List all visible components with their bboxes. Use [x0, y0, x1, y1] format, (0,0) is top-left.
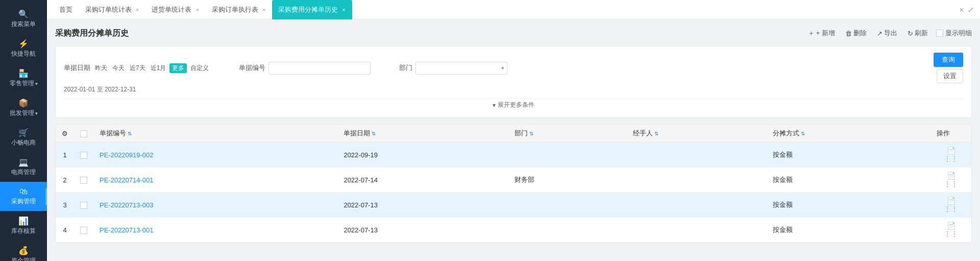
- sidebar-item-label: 快捷导航: [2, 50, 45, 58]
- tab-purchase-order-exec[interactable]: 采购订单执行表 ×: [206, 0, 272, 19]
- more-icon[interactable]: ⋮⋮: [944, 180, 958, 188]
- sidebar-item-ecom-small[interactable]: 🛒 小畅电商: [0, 123, 47, 152]
- tab-bar: 首页 采购订单统计表 × 进货单统计表 × 采购订单执行表 × 采购费用分摊单历…: [47, 0, 980, 19]
- more-icon[interactable]: ⋮⋮: [944, 205, 958, 213]
- more-icon[interactable]: ⋮⋮: [944, 230, 958, 238]
- chevron-down-icon: ▾: [35, 111, 38, 116]
- query-button[interactable]: 查询: [934, 53, 963, 67]
- row-index: 2: [56, 168, 74, 193]
- settings-icon[interactable]: ⚙: [62, 130, 68, 137]
- minimize-icon[interactable]: ×: [960, 6, 964, 14]
- shortcut-1month[interactable]: 近1月: [149, 63, 168, 73]
- th-split-method[interactable]: 分摊方式 ⇅: [767, 125, 930, 143]
- dept-select[interactable]: 财务部: [415, 62, 507, 75]
- row-split-method: 按金额: [767, 193, 930, 218]
- tab-purchase-order-stat[interactable]: 采购订单统计表 ×: [79, 0, 145, 19]
- setting-button[interactable]: 设置: [937, 69, 963, 83]
- page-header: 采购费用分摊单历史 ＋ + 新增 🗑 删除 ↗ 导出 ↻ 刷新: [55, 28, 972, 39]
- more-icon[interactable]: ⋮⋮: [944, 155, 958, 163]
- th-handler[interactable]: 经手人 ⇅: [627, 125, 766, 143]
- tab-inbound-stat[interactable]: 进货单统计表 ×: [145, 0, 205, 19]
- shortcut-custom[interactable]: 自定义: [189, 63, 210, 73]
- shortcut-7days[interactable]: 近7天: [128, 63, 147, 73]
- order-no-link[interactable]: PE-20220919-002: [100, 151, 154, 159]
- row-dept: [508, 193, 627, 218]
- select-all-checkbox[interactable]: [80, 130, 87, 137]
- view-icon[interactable]: 📄: [947, 197, 955, 205]
- tab-home[interactable]: 首页: [53, 0, 79, 19]
- sidebar-item-search[interactable]: 🔍 搜索菜单: [0, 4, 47, 34]
- maximize-icon[interactable]: ⤢: [968, 6, 974, 14]
- refresh-button[interactable]: ↻ 刷新: [905, 28, 930, 39]
- th-ops: 操作: [930, 125, 971, 143]
- row-ops: 📄 ⋮⋮: [930, 168, 971, 193]
- tab-close-icon[interactable]: ×: [342, 0, 345, 19]
- sidebar-item-shortcut[interactable]: ⚡ 快捷导航: [0, 34, 47, 63]
- shortcut-yesterday[interactable]: 昨天: [93, 63, 109, 73]
- sidebar-item-label: 采购管理: [2, 197, 45, 206]
- view-icon[interactable]: 📄: [947, 147, 955, 155]
- detail-checkbox[interactable]: [936, 30, 943, 37]
- row-dept: [508, 143, 627, 168]
- order-no-link[interactable]: PE-20220713-001: [100, 226, 154, 234]
- th-checkbox[interactable]: [74, 125, 93, 143]
- th-order-no[interactable]: 单据编号 ⇅: [93, 125, 337, 143]
- tab-close-icon[interactable]: ×: [136, 0, 139, 19]
- sidebar-item-label: 小畅电商: [2, 138, 45, 147]
- sidebar-item-inventory[interactable]: 📊 库存核算: [0, 211, 47, 241]
- row-checkbox-cell[interactable]: [74, 218, 93, 243]
- row-handler: [627, 168, 766, 193]
- sidebar-item-wholesale[interactable]: 📦 批发管理 ▾: [0, 93, 47, 123]
- sort-icon: ⇅: [372, 131, 376, 136]
- delete-button[interactable]: 🗑 删除: [843, 28, 869, 39]
- th-dept[interactable]: 部门 ⇅: [508, 125, 627, 143]
- row-checkbox-cell[interactable]: [74, 168, 93, 193]
- export-button[interactable]: ↗ 导出: [875, 28, 899, 39]
- table-row: 3 PE-20220713-003 2022-07-13 按金额 📄 ⋮⋮: [56, 193, 971, 218]
- wholesale-icon: 📦: [2, 98, 45, 108]
- order-no-link[interactable]: PE-20220714-001: [100, 176, 154, 184]
- sidebar-item-purchase[interactable]: 🛍 采购管理: [0, 182, 47, 211]
- shortcut-today[interactable]: 今天: [111, 63, 126, 73]
- expand-more[interactable]: ▾ 展开更多条件: [64, 98, 963, 111]
- sidebar-item-ecom[interactable]: 💻 电商管理: [0, 152, 47, 182]
- row-checkbox-cell[interactable]: [74, 143, 93, 168]
- filter-area: 单据日期 昨天 今天 近7天 近1月 更多 自定义 单据编号: [55, 46, 972, 118]
- row-checkbox[interactable]: [80, 202, 87, 209]
- shortcut-more[interactable]: 更多: [169, 63, 187, 73]
- row-checkbox[interactable]: [80, 227, 87, 234]
- date-shortcuts: 昨天 今天 近7天 近1月 更多 自定义: [93, 63, 210, 73]
- refresh-icon: ↻: [908, 30, 913, 37]
- row-dept: 财务部: [508, 168, 627, 193]
- tab-purchase-cost-history[interactable]: 采购费用分摊单历史 ×: [272, 0, 352, 19]
- row-checkbox-cell[interactable]: [74, 193, 93, 218]
- row-split-method: 按金额: [767, 168, 930, 193]
- th-date[interactable]: 单据日期 ⇅: [337, 125, 508, 143]
- delete-icon: 🗑: [845, 30, 852, 37]
- tab-close-icon[interactable]: ×: [195, 0, 199, 19]
- sidebar-item-finance[interactable]: 💰 资金管理: [0, 241, 47, 261]
- row-handler: [627, 218, 766, 243]
- search-icon: 🔍: [2, 9, 45, 19]
- filter-buttons: 查询 设置: [934, 53, 963, 83]
- add-button[interactable]: ＋ + 新增: [806, 28, 837, 39]
- sidebar-item-retail[interactable]: 🏪 零售管理 ▾: [0, 63, 47, 93]
- page-title: 采购费用分摊单历史: [55, 28, 129, 39]
- export-icon: ↗: [877, 30, 883, 37]
- view-icon[interactable]: 📄: [947, 222, 955, 230]
- row-checkbox[interactable]: [80, 152, 87, 159]
- th-settings[interactable]: ⚙: [56, 125, 74, 143]
- show-detail-label: 显示明细: [945, 29, 972, 38]
- th-order-no-label: 单据编号: [100, 129, 126, 138]
- th-dept-label: 部门: [514, 129, 528, 138]
- tab-label: 采购订单执行表: [212, 0, 258, 19]
- row-checkbox[interactable]: [80, 177, 87, 184]
- add-label: + 新增: [816, 29, 835, 38]
- order-no-input[interactable]: [268, 62, 371, 75]
- show-detail-toggle[interactable]: 显示明细: [936, 29, 972, 38]
- tab-close-icon[interactable]: ×: [262, 0, 265, 19]
- date-filter-group: 单据日期 昨天 今天 近7天 近1月 更多 自定义: [64, 63, 210, 73]
- tab-label: 采购费用分摊单历史: [278, 0, 338, 19]
- order-no-link[interactable]: PE-20220713-003: [100, 201, 154, 209]
- view-icon[interactable]: 📄: [947, 172, 955, 180]
